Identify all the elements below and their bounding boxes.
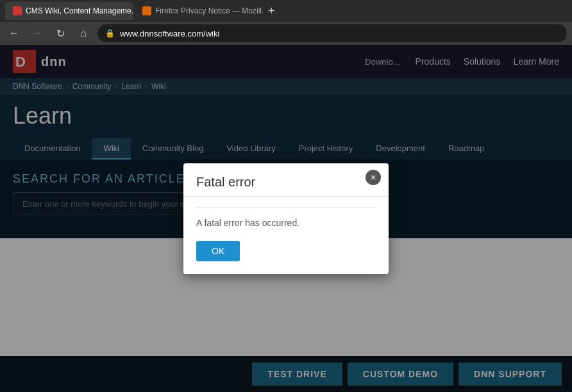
address-bar[interactable]: 🔒 www.dnnsoftware.com/wiki (97, 24, 567, 42)
tab-cms-wiki[interactable]: CMS Wiki, Content Manageme... ✕ (5, 2, 133, 20)
page-content: D dnn Downlo... Products Solutions Learn… (0, 45, 572, 392)
browser-chrome: CMS Wiki, Content Manageme... ✕ Firefox … (0, 0, 572, 45)
lock-icon: 🔒 (105, 29, 115, 38)
tab-bar: CMS Wiki, Content Manageme... ✕ Firefox … (0, 0, 572, 22)
modal-title: Fatal error (183, 163, 389, 197)
modal-overlay: × Fatal error A fatal error has occurred… (0, 45, 572, 392)
address-bar-row: ← → ↻ ⌂ 🔒 www.dnnsoftware.com/wiki (0, 22, 572, 45)
address-text: www.dnnsoftware.com/wiki (120, 29, 219, 38)
tab-favicon-1 (13, 6, 22, 15)
tab-firefox-privacy[interactable]: Firefox Privacy Notice — Mozill... ✕ (135, 2, 263, 20)
tab-label-1: CMS Wiki, Content Manageme... (26, 6, 133, 15)
tab-favicon-2 (142, 6, 151, 15)
modal-divider (196, 207, 376, 208)
home-button[interactable]: ⌂ (74, 24, 92, 42)
modal-body: A fatal error has occurred. OK (183, 197, 389, 274)
modal-message: A fatal error has occurred. (196, 218, 376, 228)
back-button[interactable]: ← (5, 24, 23, 42)
forward-button[interactable]: → (28, 24, 46, 42)
reload-button[interactable]: ↻ (51, 24, 69, 42)
modal-ok-button[interactable]: OK (196, 241, 240, 261)
modal-box: × Fatal error A fatal error has occurred… (183, 163, 389, 274)
new-tab-button[interactable]: + (264, 4, 279, 18)
modal-close-button[interactable]: × (366, 170, 381, 185)
tab-label-2: Firefox Privacy Notice — Mozill... (155, 6, 263, 15)
